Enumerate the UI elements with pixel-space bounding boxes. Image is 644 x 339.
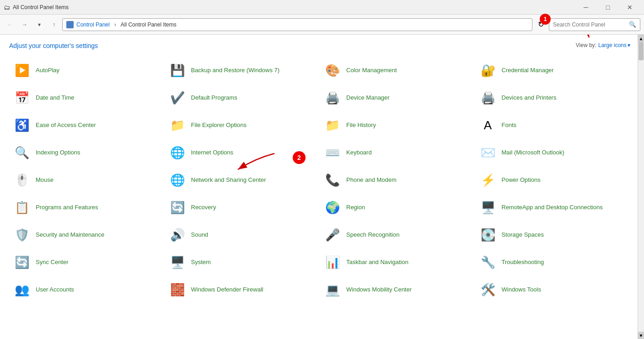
cp-item-icon-wdf: 🧱 <box>168 281 187 299</box>
cp-item-icon-filehist: 📁 <box>323 116 342 134</box>
cp-item-indexing[interactable]: 🔍Indexing Options <box>9 139 165 166</box>
search-icon[interactable]: 🔍 <box>629 21 636 28</box>
cp-item-ease[interactable]: ♿Ease of Access Center <box>9 111 165 139</box>
cp-item-power[interactable]: ⚡Power Options <box>475 166 631 194</box>
cp-item-label-backup: Backup and Restore (Windows 7) <box>191 67 280 74</box>
cp-item-wdf[interactable]: 🧱Windows Defender Firewall <box>165 276 320 303</box>
cp-item-label-user: User Accounts <box>36 286 74 294</box>
cp-item-recovery[interactable]: 🔄Recovery <box>165 194 320 221</box>
cp-item-backup[interactable]: 💾Backup and Restore (Windows 7) <box>165 57 320 84</box>
cp-item-label-sound: Sound <box>191 231 209 239</box>
cp-item-fileexp[interactable]: 📁File Explorer Options <box>165 111 320 139</box>
cp-item-label-security: Security and Maintenance <box>36 231 104 239</box>
dropdown-button[interactable]: ▾ <box>33 18 46 31</box>
cp-item-label-taskbar: Taskbar and Navigation <box>346 259 408 266</box>
cp-item-phone[interactable]: 📞Phone and Modem <box>320 166 475 194</box>
cp-item-icon-sync: 🔄 <box>13 253 31 271</box>
scroll-up[interactable]: ▲ <box>638 35 644 42</box>
cp-item-icon-power: ⚡ <box>479 171 497 189</box>
cp-item-color[interactable]: 🎨Color Management <box>320 57 475 84</box>
cp-item-security[interactable]: 🛡️Security and Maintenance <box>9 221 165 249</box>
cp-item-label-internet: Internet Options <box>191 149 234 157</box>
forward-button[interactable]: → <box>18 18 31 31</box>
cp-item-icon-backup: 💾 <box>168 61 187 79</box>
cp-item-icon-credential: 🔐 <box>479 61 497 79</box>
cp-item-icon-fileexp: 📁 <box>168 116 187 134</box>
cp-item-label-devices: Devices and Printers <box>502 94 557 102</box>
cp-item-label-fonts: Fonts <box>502 122 517 129</box>
cp-item-mail[interactable]: ✉️Mail (Microsoft Outlook) <box>475 139 631 166</box>
cp-item-icon-wtools: 🛠️ <box>479 281 497 299</box>
cp-item-sync[interactable]: 🔄Sync Center <box>9 249 165 276</box>
cp-item-icon-internet: 🌐 <box>168 143 187 162</box>
main-content: Adjust your computer's settings View by:… <box>0 35 644 339</box>
cp-item-label-autoplay: AutoPlay <box>36 67 59 74</box>
cp-item-icon-color: 🎨 <box>323 61 342 79</box>
titlebar: 🗂 All Control Panel Items ─ □ ✕ <box>0 0 644 15</box>
cp-item-icon-phone: 📞 <box>323 171 342 189</box>
cp-item-sound[interactable]: 🔊Sound <box>165 221 320 249</box>
cp-item-label-indexing: Indexing Options <box>36 149 80 157</box>
search-input[interactable] <box>553 21 627 28</box>
cp-item-label-speech: Speech Recognition <box>346 231 399 239</box>
cp-item-label-sync: Sync Center <box>36 259 69 266</box>
cp-item-system[interactable]: 🖥️System <box>165 249 320 276</box>
address-bar[interactable]: Control Panel › All Control Panel Items <box>62 18 532 31</box>
cp-item-devices[interactable]: 🖨️Devices and Printers <box>475 84 631 111</box>
cp-item-filehist[interactable]: 📁File History <box>320 111 475 139</box>
cp-item-trouble[interactable]: 🔧Troubleshooting <box>475 249 631 276</box>
view-by-value[interactable]: Large icons <box>598 42 627 48</box>
cp-item-label-power: Power Options <box>502 176 541 184</box>
cp-item-icon-devices: 🖨️ <box>479 89 497 107</box>
cp-item-programs[interactable]: 📋Programs and Features <box>9 194 165 221</box>
cp-item-storage[interactable]: 💽Storage Spaces <box>475 221 631 249</box>
app-icon: 🗂 <box>4 4 10 11</box>
cp-item-label-keyboard: Keyboard <box>346 149 372 157</box>
cp-item-icon-speech: 🎤 <box>323 226 342 244</box>
navbar: ← → ▾ ↑ Control Panel › All Control Pane… <box>0 15 644 35</box>
maximize-button[interactable]: □ <box>597 0 618 15</box>
cp-item-region[interactable]: 🌍Region <box>320 194 475 221</box>
cp-item-label-filehist: File History <box>346 122 376 129</box>
view-by-link[interactable]: Large icons ▾ <box>598 42 630 48</box>
cp-item-mouse[interactable]: 🖱️Mouse <box>9 166 165 194</box>
cp-item-label-storage: Storage Spaces <box>502 231 544 239</box>
items-grid: ▶️AutoPlay💾Backup and Restore (Windows 7… <box>9 57 635 339</box>
cp-item-wmobility[interactable]: 💻Windows Mobility Center <box>320 276 475 303</box>
cp-item-icon-programs: 📋 <box>13 198 31 217</box>
back-button[interactable]: ← <box>4 18 16 31</box>
cp-item-icon-taskbar: 📊 <box>323 253 342 271</box>
search-bar[interactable]: 🔍 <box>549 18 640 31</box>
refresh-button[interactable]: ↻ 1 <box>534 18 547 31</box>
cp-item-network[interactable]: 🌐Network and Sharing Center <box>165 166 320 194</box>
scroll-down[interactable]: ▼ <box>638 332 644 339</box>
cp-item-autoplay[interactable]: ▶️AutoPlay <box>9 57 165 84</box>
cp-item-label-wdf: Windows Defender Firewall <box>191 286 263 294</box>
cp-item-credential[interactable]: 🔐Credential Manager <box>475 57 631 84</box>
up-button[interactable]: ↑ <box>48 18 60 31</box>
cp-item-icon-remoteapp: 🖥️ <box>479 198 497 217</box>
breadcrumb-control-panel[interactable]: Control Panel <box>76 21 110 28</box>
cp-item-datetime[interactable]: 📅Date and Time <box>9 84 165 111</box>
cp-item-icon-default: ✔️ <box>168 89 187 107</box>
cp-item-wtools[interactable]: 🛠️Windows Tools <box>475 276 631 303</box>
cp-item-icon-datetime: 📅 <box>13 89 31 107</box>
cp-item-speech[interactable]: 🎤Speech Recognition <box>320 221 475 249</box>
cp-item-label-color: Color Management <box>346 67 397 74</box>
view-by-chevron-icon[interactable]: ▾ <box>628 42 630 48</box>
view-by: View by: Large icons ▾ <box>576 42 630 48</box>
cp-item-devicemgr[interactable]: 🖨️Device Manager <box>320 84 475 111</box>
scrollbar[interactable]: ▲ ▼ <box>638 35 644 339</box>
scroll-thumb[interactable] <box>639 42 644 60</box>
cp-item-icon-devicemgr: 🖨️ <box>323 89 342 107</box>
cp-item-user[interactable]: 👥User Accounts <box>9 276 165 303</box>
cp-item-label-trouble: Troubleshooting <box>502 259 544 266</box>
close-button[interactable]: ✕ <box>619 0 640 15</box>
cp-item-remoteapp[interactable]: 🖥️RemoteApp and Desktop Connections <box>475 194 631 221</box>
cp-item-keyboard[interactable]: ⌨️Keyboard <box>320 139 475 166</box>
cp-item-fonts[interactable]: AFonts <box>475 111 631 139</box>
cp-item-label-wtools: Windows Tools <box>502 286 541 294</box>
minimize-button[interactable]: ─ <box>575 0 596 15</box>
cp-item-default[interactable]: ✔️Default Programs <box>165 84 320 111</box>
cp-item-taskbar[interactable]: 📊Taskbar and Navigation <box>320 249 475 276</box>
